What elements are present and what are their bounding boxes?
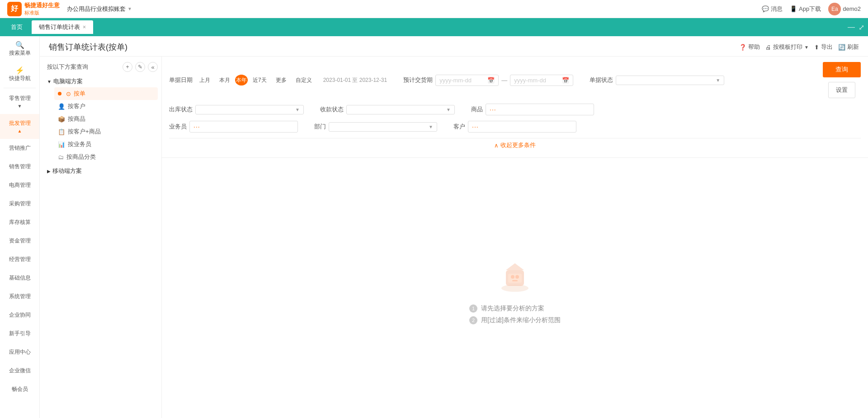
tab-sales-order[interactable]: 销售订单统计表 × [32, 20, 93, 34]
tab-bar-actions: — ⤢ [848, 23, 864, 32]
customer-select[interactable]: ··· [468, 121, 576, 133]
sidebar-item-marketing[interactable]: 营销推广 [0, 139, 39, 157]
dept-select[interactable]: ▼ [329, 122, 437, 132]
sidebar-item-collab[interactable]: 企业协同 [0, 306, 39, 324]
product-select[interactable]: ··· [486, 104, 594, 115]
sidebar-item-retail[interactable]: 零售管理 ▼ [0, 89, 39, 114]
quick-nav-label: 快捷导航 [2, 75, 38, 82]
scheme-item-category[interactable]: 🗂 按商品分类 [54, 151, 158, 163]
sidebar-item-ecommerce[interactable]: 电商管理 [0, 176, 39, 195]
sidebar-item-system[interactable]: 系统管理 [0, 287, 39, 306]
receive-status-label: 收款状态 [320, 105, 344, 114]
refresh-button[interactable]: 🔄 刷新 [838, 43, 859, 51]
hint-text-1: 请先选择要分析的方案 [481, 304, 544, 313]
scheme-item-product[interactable]: 📦 按商品 [54, 113, 158, 125]
sidebar-basic-label: 基础信息 [9, 274, 31, 282]
scheme-customer-label: 按客户 [68, 102, 85, 110]
dept-arrow: ▼ [429, 124, 433, 129]
hint-num-2: 2 [469, 316, 477, 324]
sidebar-item-member[interactable]: 畅会员 [0, 380, 39, 399]
mobile-scheme-group[interactable]: ▶ 移动端方案 [47, 165, 158, 177]
sidebar-item-appcenter[interactable]: 应用中心 [0, 343, 39, 361]
company-selector[interactable]: 办公用品行业模拟账套 ▼ [67, 5, 132, 13]
predict-date-start[interactable]: yyyy-mm-dd 📅 [435, 75, 499, 86]
sidebar-retail-arrow: ▼ [18, 104, 22, 109]
sidebar-item-operations[interactable]: 经营管理 [0, 250, 39, 269]
empty-hint-1: 1 请先选择要分析的方案 [469, 304, 561, 313]
date-tab-thismonth[interactable]: 本月 [215, 75, 234, 86]
scheme-salesman-label: 按业务员 [68, 140, 91, 148]
quick-nav-item[interactable]: ⚡ 快捷导航 [0, 62, 39, 87]
calendar-icon-2: 📅 [562, 77, 569, 84]
page-title: 销售订单统计表(按单) [49, 42, 127, 52]
salesperson-dots[interactable]: ··· [193, 123, 200, 130]
sidebar-newbie-label: 新手引导 [9, 330, 31, 337]
sidebar-item-basic[interactable]: 基础信息 [0, 269, 39, 287]
sidebar-item-inventory[interactable]: 库存核算 [0, 213, 39, 232]
scheme-item-customer[interactable]: 👤 按客户 [54, 100, 158, 113]
scheme-item-order[interactable]: ⊙ 按单 [54, 87, 158, 100]
pc-scheme-group[interactable]: ▼ 电脑端方案 [47, 76, 158, 87]
setting-button[interactable]: 设置 [828, 82, 855, 98]
sidebar-item-sales[interactable]: 销售管理 [0, 157, 39, 176]
sidebar-purchase-label: 采购管理 [9, 200, 31, 208]
export-button[interactable]: ⬆ 导出 [814, 43, 833, 51]
out-status-arrow: ▼ [295, 107, 300, 112]
message-btn[interactable]: 💬 消息 [762, 5, 783, 13]
product-dots[interactable]: ··· [490, 106, 496, 113]
date-tabs: 上月 本月 本年 近7天 更多 自定义 [195, 75, 316, 86]
predict-start-placeholder: yyyy-mm-dd [439, 77, 486, 84]
date-tab-custom[interactable]: 自定义 [292, 75, 316, 86]
sidebar-item-wechat[interactable]: 企业微信 [0, 361, 39, 380]
date-tab-more[interactable]: 更多 [272, 75, 291, 86]
svg-point-4 [515, 275, 519, 279]
salesperson-label: 业务员 [169, 123, 187, 131]
sidebar-sales-label: 销售管理 [9, 163, 31, 171]
date-tab-lastmonth[interactable]: 上月 [195, 75, 214, 86]
sidebar-item-finance[interactable]: 资金管理 [0, 232, 39, 250]
predict-date-end[interactable]: yyyy-mm-dd 📅 [510, 75, 573, 86]
app-download-btn[interactable]: 📱 App下载 [790, 5, 821, 13]
search-menu-item[interactable]: 🔍 搜索菜单 [0, 36, 39, 62]
out-status-select[interactable]: ▼ [195, 105, 304, 114]
sidebar-inventory-label: 库存核算 [9, 218, 31, 226]
tab-close-icon[interactable]: × [83, 24, 86, 30]
help-button[interactable]: ❓ 帮助 [739, 43, 760, 51]
logo: 好 畅捷通好生意 标准版 [7, 1, 60, 16]
customer-dots[interactable]: ··· [472, 123, 479, 130]
date-range-text: 2023-01-01 至 2023-12-31 [323, 76, 387, 84]
query-button[interactable]: 查询 [823, 62, 861, 77]
date-tab-thisyear[interactable]: 本年 [235, 75, 248, 86]
scheme-collapse-button[interactable]: « [148, 62, 158, 72]
logo-icon: 好 [7, 2, 22, 16]
tab-minimize-icon[interactable]: — [848, 23, 855, 31]
hint-text-2: 用[过滤]条件来缩小分析范围 [481, 316, 561, 324]
user-menu[interactable]: Ea demo2 [828, 3, 861, 15]
company-name: 办公用品行业模拟账套 [67, 5, 126, 13]
search-menu-label: 搜索菜单 [2, 49, 38, 57]
empty-illustration [492, 252, 538, 297]
date-tab-7days[interactable]: 近7天 [249, 75, 271, 86]
empty-hints: 1 请先选择要分析的方案 2 用[过滤]条件来缩小分析范围 [469, 304, 561, 324]
sidebar-item-newbie[interactable]: 新手引导 [0, 324, 39, 343]
scheme-add-button[interactable]: + [123, 62, 132, 72]
logo-name: 畅捷通好生意 [24, 1, 60, 10]
empty-hint-2: 2 用[过滤]条件来缩小分析范围 [469, 316, 561, 324]
scheme-order-icon: ⊙ [66, 90, 71, 97]
scheme-category-icon: 🗂 [58, 154, 64, 161]
tab-home[interactable]: 首页 [4, 20, 30, 34]
sidebar-item-purchase[interactable]: 采购管理 [0, 195, 39, 213]
dept-label: 部门 [314, 123, 326, 131]
scheme-item-salesman[interactable]: 📊 按业务员 [54, 138, 158, 151]
tab-maximize-icon[interactable]: ⤢ [859, 23, 864, 32]
collapse-bar[interactable]: ∧ 收起更多条件 [169, 138, 861, 152]
collapse-icon: ∧ [494, 142, 499, 149]
salesperson-select[interactable]: ··· [189, 121, 298, 133]
receive-status-select[interactable]: ▼ [346, 105, 455, 114]
scheme-product-icon: 📦 [58, 116, 65, 123]
status-select[interactable]: ▼ [616, 76, 724, 85]
print-button[interactable]: 🖨 按模板打印 ▼ [765, 43, 809, 51]
scheme-edit-button[interactable]: ✎ [135, 62, 145, 72]
scheme-item-combo[interactable]: 📋 按客户+商品 [54, 125, 158, 138]
sidebar-item-wholesale[interactable]: 批发管理 ▲ [0, 114, 39, 139]
